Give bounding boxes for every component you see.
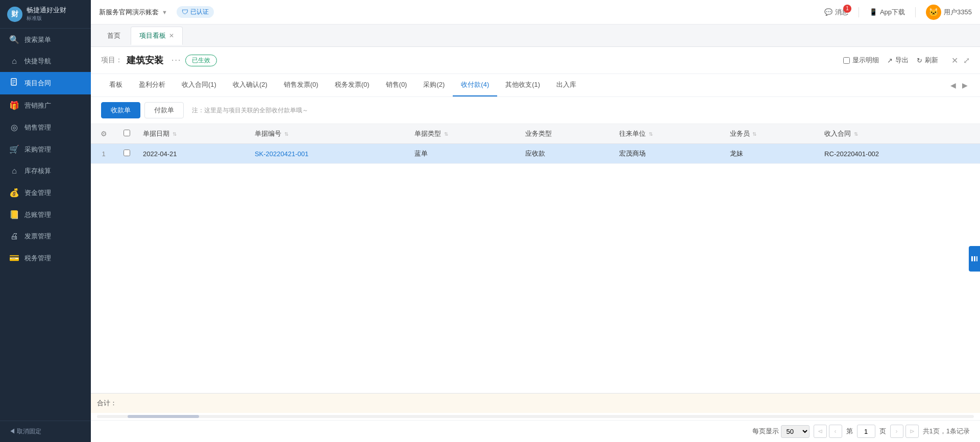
col-partner[interactable]: 往来单位 ⇅	[613, 124, 724, 144]
right-panel-toggle[interactable]	[969, 246, 980, 272]
phone-icon: 📱	[869, 8, 877, 16]
fund-icon: 💰	[9, 188, 19, 198]
sidebar-item-quick-nav[interactable]: ⌂ 快捷导航	[0, 51, 91, 72]
sidebar-item-sales[interactable]: ◎ 销售管理	[0, 116, 91, 138]
refresh-button[interactable]: ↻ 刷新	[917, 56, 938, 65]
col-settings[interactable]: ⚙	[91, 124, 116, 144]
sidebar-nav: 🔍 搜索菜单 ⌂ 快捷导航 项目合同 🎁 营销推广 ◎ 销售管理 🛒 采购管理 …	[0, 29, 91, 421]
cell-number[interactable]: SK-20220421-001	[249, 144, 408, 164]
sort-icon-partner: ⇅	[649, 131, 653, 137]
show-detail-input[interactable]	[843, 57, 850, 64]
window-controls: ✕ ⤢	[951, 56, 970, 65]
sub-tab-purchase[interactable]: 采购(2)	[415, 74, 453, 96]
col-number-label: 单据编号	[255, 130, 281, 137]
prev-page-button[interactable]: ‹	[829, 425, 842, 438]
sub-tab-sales[interactable]: 销售(0)	[378, 74, 415, 96]
sub-tab-income-confirm[interactable]: 收入确认(2)	[225, 74, 276, 96]
sub-tab-in-out[interactable]: 出入库	[548, 74, 584, 96]
sidebar-item-invoice[interactable]: 🖨 发票管理	[0, 226, 91, 247]
page-suffix: 页	[877, 427, 888, 436]
maximize-button[interactable]: ⤢	[963, 56, 970, 65]
sidebar-item-tax[interactable]: 💳 税务管理	[0, 247, 91, 269]
col-type[interactable]: 单据类型 ⇅	[408, 124, 519, 144]
cell-staff: 龙妹	[724, 144, 818, 164]
page-prefix: 第	[844, 427, 855, 436]
cell-check[interactable]	[116, 144, 137, 164]
tax-icon: 💳	[9, 253, 19, 263]
sub-tab-other-expense[interactable]: 其他收支(1)	[497, 74, 548, 96]
cell-biz-type: 应收款	[519, 144, 613, 164]
scroll-thumb[interactable]	[128, 415, 199, 418]
sidebar-item-inventory[interactable]: ⌂ 库存核算	[0, 160, 91, 182]
col-date[interactable]: 单据日期 ⇅	[137, 124, 249, 144]
horizontal-scrollbar[interactable]	[91, 413, 980, 420]
page-content: 项目： 建筑安装 ··· 已生效 显示明细 ↗ 导出 ↻ 刷新	[91, 47, 980, 442]
sub-tab-profit[interactable]: 盈利分析	[131, 74, 174, 96]
sidebar-item-marketing[interactable]: 🎁 营销推广	[0, 94, 91, 116]
col-staff[interactable]: 业务员 ⇅	[724, 124, 818, 144]
sub-tab-kanban[interactable]: 看板	[101, 74, 131, 96]
message-button[interactable]: 💬 消息 1	[824, 8, 848, 17]
sub-tabs-arrow: ◀ ▶	[948, 81, 970, 89]
close-button[interactable]: ✕	[951, 56, 958, 65]
user-label: 用户3355	[944, 8, 972, 17]
app-download-button[interactable]: 📱 App下载	[869, 8, 905, 17]
arrow-right-icon[interactable]: ▶	[960, 81, 970, 89]
sidebar-unpin[interactable]: ◀ 取消固定	[0, 421, 91, 442]
sort-icon-staff: ⇅	[752, 131, 756, 137]
sub-tabs: 看板 盈利分析 收入合同(1) 收入确认(2) 销售发票(0) 税务发票(0) …	[91, 74, 980, 97]
cell-partner: 宏茂商场	[613, 144, 724, 164]
col-type-label: 单据类型	[414, 130, 441, 137]
sidebar-item-project-contract[interactable]: 项目合同	[0, 72, 91, 94]
sidebar-item-label-quick-nav: 快捷导航	[24, 57, 51, 66]
cart-icon: 🛒	[9, 144, 19, 154]
sub-tab-tax-invoice[interactable]: 税务发票(0)	[327, 74, 378, 96]
sidebar-item-ledger[interactable]: 📒 总账管理	[0, 204, 91, 226]
page-size-input[interactable]: 50 100 200	[781, 425, 810, 438]
user-avatar: 🐱	[926, 5, 941, 20]
sub-tab-income-contract[interactable]: 收入合同(1)	[174, 74, 225, 96]
receipt-order-tab[interactable]: 收款单	[101, 102, 140, 118]
col-income-contract[interactable]: 收入合同 ⇅	[818, 124, 980, 144]
table-row[interactable]: 1 2022-04-21 SK-20220421-001 蓝单	[91, 144, 980, 164]
next-page-button[interactable]: ›	[890, 425, 903, 438]
select-all-checkbox[interactable]	[124, 130, 130, 136]
sidebar-item-purchase[interactable]: 🛒 采购管理	[0, 138, 91, 160]
secondary-tabs: 收款单 付款单 注：这里是与项目关联的全部收付款单哦～	[91, 97, 980, 124]
more-button[interactable]: ···	[172, 56, 181, 65]
col-biz-type[interactable]: 业务类型	[519, 124, 613, 144]
tab-project-board[interactable]: 项目看板 ✕	[131, 27, 183, 45]
col-number[interactable]: 单据编号 ⇅	[249, 124, 408, 144]
arrow-left-icon[interactable]: ◀	[948, 81, 958, 89]
payment-order-tab[interactable]: 付款单	[144, 102, 184, 118]
sidebar-item-search[interactable]: 🔍 搜索菜单	[0, 29, 91, 51]
sub-tab-sales-invoice[interactable]: 销售发票(0)	[276, 74, 327, 96]
ledger-icon: 📒	[9, 210, 19, 219]
inventory-icon: ⌂	[9, 166, 19, 176]
user-menu[interactable]: 🐱 用户3355	[926, 5, 972, 20]
sub-tab-receipt[interactable]: 收付款(4)	[453, 74, 497, 96]
sidebar-item-label-fund: 资金管理	[24, 188, 51, 198]
sidebar-item-label-ledger: 总账管理	[24, 210, 51, 219]
tab-close-icon[interactable]: ✕	[169, 33, 174, 39]
export-button[interactable]: ↗ 导出	[887, 56, 909, 65]
account-selector[interactable]: 新服务官网演示账套 ▼	[99, 8, 167, 17]
sidebar-item-label-inventory: 库存核算	[24, 166, 51, 176]
settings-icon[interactable]: ⚙	[101, 130, 107, 138]
show-detail-checkbox[interactable]: 显示明细	[843, 56, 879, 65]
main-area: 新服务官网演示账套 ▼ 🛡 已认证 💬 消息 1 📱 App下载 🐱 用	[91, 0, 980, 442]
sort-icon-type: ⇅	[444, 131, 448, 137]
page-nav: ⊲ ‹ 第 页 › ⊳	[814, 425, 919, 438]
sidebar-item-fund[interactable]: 💰 资金管理	[0, 182, 91, 204]
app-edition: 标准版	[27, 15, 66, 22]
table-area[interactable]: ⚙ 单据日期 ⇅ 单据编号 ⇅	[91, 124, 980, 393]
last-page-button[interactable]: ⊳	[905, 425, 919, 438]
row-checkbox[interactable]	[124, 150, 130, 156]
tab-home[interactable]: 首页	[99, 27, 129, 44]
svg-rect-4	[971, 256, 973, 261]
page-number-input[interactable]	[857, 425, 875, 438]
first-page-button[interactable]: ⊲	[814, 425, 827, 438]
sidebar-item-label-project: 项目合同	[24, 79, 51, 88]
doc-number-link[interactable]: SK-20220421-001	[255, 150, 309, 158]
page-header-actions: ··· 已生效	[172, 55, 217, 66]
